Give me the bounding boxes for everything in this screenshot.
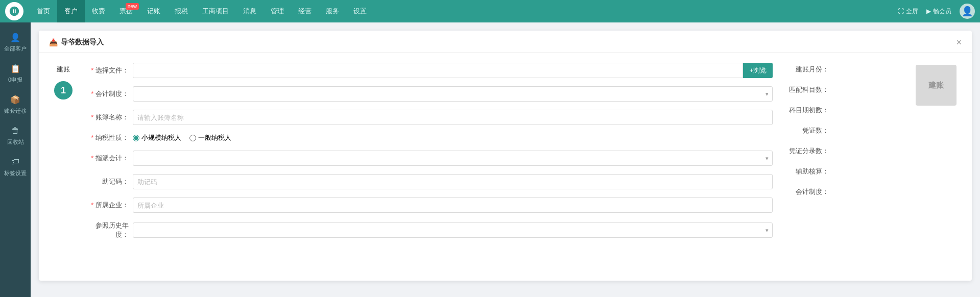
nav-manage[interactable]: 管理 xyxy=(264,0,291,22)
nav-tax[interactable]: 报税 xyxy=(168,0,195,22)
nav-service[interactable]: 服务 xyxy=(319,0,346,22)
build-btn-wrapper: 建账 xyxy=(916,63,957,239)
nav-home[interactable]: 首页 xyxy=(30,0,57,22)
company-label: 所属企业： xyxy=(88,201,129,210)
nav-bookkeeping[interactable]: 记账 xyxy=(140,0,168,22)
company-input[interactable] xyxy=(133,197,773,213)
build-month-label: 建账月份： xyxy=(783,65,829,74)
member-btn[interactable]: ▶ 畅会员 xyxy=(926,7,951,16)
step-indicator: 建账 1 xyxy=(54,63,73,239)
info-accounting-system-label: 会计制度： xyxy=(783,187,829,196)
new-badge: new xyxy=(126,3,139,10)
close-button[interactable]: × xyxy=(956,38,962,47)
build-account-button[interactable]: 建账 xyxy=(916,65,957,106)
tax-type-radio-group: 小规模纳税人 一般纳税人 xyxy=(133,133,773,142)
ledger-name-label: 账簿名称： xyxy=(88,113,129,122)
dialog-title: 📥 导爷数据导入 xyxy=(49,38,104,47)
nav-invoices[interactable]: 票据 new xyxy=(112,0,140,22)
dialog-body: 建账 1 选择文件： +浏览 xyxy=(39,53,972,250)
file-input[interactable] xyxy=(133,63,743,78)
file-input-wrapper: +浏览 xyxy=(133,63,773,78)
info-section: 建账月份： 匹配科目数： 科目期初数： 凭证数： xyxy=(783,63,957,239)
file-label: 选择文件： xyxy=(88,66,129,75)
nav-fees[interactable]: 收费 xyxy=(85,0,112,22)
form-fields: 选择文件： +浏览 会计制度： ▾ xyxy=(88,63,773,239)
accounting-system-select[interactable] xyxy=(133,86,773,102)
accounting-system-label: 会计制度： xyxy=(88,89,129,98)
accountant-row: 指派会计： ▾ xyxy=(88,151,773,166)
avatar-icon: 👤 xyxy=(962,6,973,17)
nav-settings[interactable]: 设置 xyxy=(346,0,374,22)
accounting-system-wrapper: ▾ xyxy=(133,86,773,102)
import-icon: 📥 xyxy=(49,38,58,46)
tax-type-row: 纳税性质： 小规模纳税人 一般纳税人 xyxy=(88,133,773,142)
main-layout: 👤 全部客户 📋 0申报 📦 账套迁移 🗑 回收站 🏷 标签设置 📥 导爷 xyxy=(0,22,980,297)
voucher-count-label: 凭证数： xyxy=(783,126,829,135)
voucher-entries-label: 凭证分录数： xyxy=(783,146,829,156)
ledger-name-input[interactable] xyxy=(133,110,773,125)
info-fields: 建账月份： 匹配科目数： 科目期初数： 凭证数： xyxy=(783,63,911,239)
customers-icon: 👤 xyxy=(10,32,21,43)
top-nav: 首页 客户 收费 票据 new 记账 报税 工商项目 消息 管理 经营 服务 设… xyxy=(0,0,980,22)
accountant-wrapper: ▾ xyxy=(133,151,773,166)
sidebar-item-trash[interactable]: 🗑 回收站 xyxy=(0,120,31,151)
browse-button[interactable]: +浏览 xyxy=(743,63,773,78)
history-year-row: 参照历史年度： ▾ xyxy=(88,221,773,239)
nav-right: ⛶ 全屏 ▶ 畅会员 👤 xyxy=(898,4,975,19)
aux-accounting-row: 辅助核算： xyxy=(783,167,911,176)
aux-accounting-label: 辅助核算： xyxy=(783,167,829,176)
tag-icon: 🏷 xyxy=(10,156,21,167)
dialog-header: 📥 导爷数据导入 × xyxy=(39,31,972,53)
history-year-select[interactable] xyxy=(133,222,773,238)
match-subjects-row: 匹配科目数： xyxy=(783,85,911,94)
build-month-row: 建账月份： xyxy=(783,65,911,74)
history-year-label: 参照历史年度： xyxy=(88,221,129,239)
report-icon: 📋 xyxy=(10,63,21,74)
company-row: 所属企业： xyxy=(88,197,773,213)
match-subjects-label: 匹配科目数： xyxy=(783,85,829,94)
memo-input[interactable] xyxy=(133,174,773,189)
import-dialog: 📥 导爷数据导入 × 建账 1 xyxy=(39,31,972,281)
voucher-count-row: 凭证数： xyxy=(783,126,911,135)
subjects-initial-label: 科目期初数： xyxy=(783,106,829,115)
play-icon: ▶ xyxy=(926,8,931,15)
file-row: 选择文件： +浏览 xyxy=(88,63,773,78)
fullscreen-btn[interactable]: ⛶ 全屏 xyxy=(898,7,918,16)
nav-menu: 首页 客户 收费 票据 new 记账 报税 工商项目 消息 管理 经营 服务 设… xyxy=(30,0,898,22)
sidebar-item-all-customers[interactable]: 👤 全部客户 xyxy=(0,27,31,58)
small-taxpayer-option[interactable]: 小规模纳税人 xyxy=(133,133,181,142)
form-section: 建账 1 选择文件： +浏览 xyxy=(54,63,773,239)
sidebar: 👤 全部客户 📋 0申报 📦 账套迁移 🗑 回收站 🏷 标签设置 xyxy=(0,22,31,297)
avatar[interactable]: 👤 xyxy=(960,4,975,19)
accountant-label: 指派会计： xyxy=(88,154,129,163)
small-taxpayer-radio[interactable] xyxy=(133,135,139,141)
sidebar-item-migrate[interactable]: 📦 账套迁移 xyxy=(0,89,31,120)
content-area: 📥 导爷数据导入 × 建账 1 xyxy=(31,22,980,297)
general-taxpayer-radio[interactable] xyxy=(189,135,196,141)
step-circle: 1 xyxy=(54,81,73,100)
app-logo[interactable] xyxy=(5,2,23,20)
tax-type-label: 纳税性质： xyxy=(88,133,129,142)
nav-customers[interactable]: 客户 xyxy=(57,0,85,22)
accounting-system-row: 会计制度： ▾ xyxy=(88,86,773,102)
subjects-initial-row: 科目期初数： xyxy=(783,106,911,115)
info-accounting-system-row: 会计制度： xyxy=(783,187,911,196)
trash-icon: 🗑 xyxy=(10,125,21,136)
memo-label: 助记码： xyxy=(88,177,129,186)
sidebar-item-tags[interactable]: 🏷 标签设置 xyxy=(0,151,31,182)
memo-row: 助记码： xyxy=(88,174,773,189)
voucher-entries-row: 凭证分录数： xyxy=(783,146,911,156)
ledger-name-row: 账簿名称： xyxy=(88,110,773,125)
history-year-wrapper: ▾ xyxy=(133,222,773,238)
general-taxpayer-option[interactable]: 一般纳税人 xyxy=(189,133,231,142)
nav-messages[interactable]: 消息 xyxy=(236,0,264,22)
accountant-select[interactable] xyxy=(133,151,773,166)
sidebar-item-zero-report[interactable]: 📋 0申报 xyxy=(0,58,31,89)
nav-business[interactable]: 工商项目 xyxy=(195,0,236,22)
fullscreen-icon: ⛶ xyxy=(898,8,904,15)
nav-operation[interactable]: 经营 xyxy=(291,0,319,22)
migrate-icon: 📦 xyxy=(10,94,21,105)
